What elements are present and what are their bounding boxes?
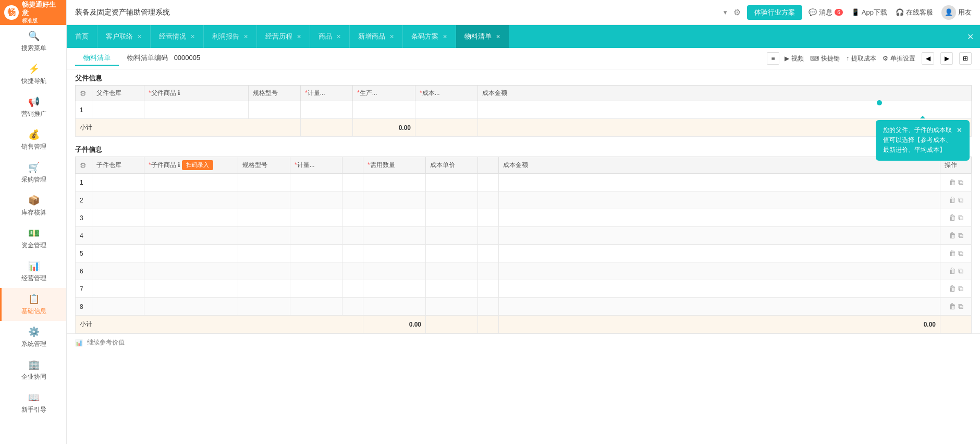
copy-icon[interactable]: ⧉ [958,267,963,275]
sidebar-item-0[interactable]: 🔍 搜索菜单 [0,25,66,58]
child-spec-cell[interactable] [238,245,290,262]
nav-tab-0[interactable]: 首页 [67,25,97,48]
child-spec-cell[interactable] [238,262,290,280]
delete-icon[interactable]: 🗑 [949,196,956,205]
nav-tab-1[interactable]: 客户联络✕ [97,25,151,48]
child-unit-cell[interactable] [290,174,342,191]
experience-btn[interactable]: 体验行业方案 [747,5,802,20]
child-spec-cell[interactable] [238,174,290,191]
single-settings-btn[interactable]: ⚙ 单据设置 [883,54,915,63]
nav-tab-close-3[interactable]: ✕ [243,33,248,40]
nav-tab-close-2[interactable]: ✕ [190,33,195,40]
child-spec-cell[interactable] [238,227,290,245]
tooltip-close-btn[interactable]: ✕ [957,125,962,136]
parent-col-settings-icon[interactable]: ⚙ [80,89,87,98]
delete-icon[interactable]: 🗑 [949,231,956,240]
child-warehouse-cell[interactable] [92,298,144,316]
child-col-settings-icon[interactable]: ⚙ [80,161,87,170]
sidebar-item-1[interactable]: ⚡ 快捷导航 [0,58,66,91]
nav-tab-close-4[interactable]: ✕ [297,33,301,40]
sidebar-item-11[interactable]: 📖 新手引导 [0,387,66,419]
nav-tab-6[interactable]: 新增商品✕ [350,25,403,48]
child-price-cell[interactable] [426,191,478,209]
delete-icon[interactable]: 🗑 [949,178,956,187]
child-qty-cell[interactable] [363,280,426,298]
child-price-cell[interactable] [426,262,478,280]
child-spec-cell[interactable] [238,280,290,298]
copy-icon[interactable]: ⧉ [958,213,963,222]
child-warehouse-cell[interactable] [92,227,144,245]
child-price-cell[interactable] [426,298,478,316]
messages-item[interactable]: 💬 消息 6 [808,8,843,17]
child-warehouse-cell[interactable] [92,191,144,209]
copy-icon[interactable]: ⧉ [958,284,963,293]
sidebar-item-10[interactable]: 🏢 企业协同 [0,354,66,387]
child-spec-cell[interactable] [238,191,290,209]
parent-goods-cell[interactable] [144,101,249,119]
child-spec-cell[interactable] [238,298,290,316]
child-unit-cell[interactable] [290,298,342,316]
parent-cost-cell[interactable] [415,101,478,119]
delete-icon[interactable]: 🗑 [949,213,956,222]
child-qty-cell[interactable] [363,174,426,191]
child-price-cell[interactable] [426,227,478,245]
nav-tab-3[interactable]: 利润报告✕ [204,25,257,48]
child-goods-cell[interactable] [144,262,238,280]
copy-icon[interactable]: ⧉ [958,178,963,187]
child-qty-cell[interactable] [363,191,426,209]
child-warehouse-cell[interactable] [92,174,144,191]
shortcut-btn[interactable]: ⌨ 快捷键 [810,54,840,63]
scan-btn[interactable]: 扫码录入 [182,160,213,170]
child-unit-cell[interactable] [290,262,342,280]
nav-tab-close-5[interactable]: ✕ [336,33,341,40]
child-unit-cell[interactable] [290,245,342,262]
online-service-item[interactable]: 🎧 在线客服 [896,8,933,17]
child-goods-cell[interactable] [144,280,238,298]
sub-tab-material-list[interactable]: 物料清单 [75,51,119,66]
copy-icon[interactable]: ⧉ [958,302,963,311]
child-price-cell[interactable] [426,245,478,262]
user-item[interactable]: 👤 用友 [941,5,972,20]
child-unit-cell[interactable] [290,227,342,245]
nav-tab-5[interactable]: 商品✕ [310,25,350,48]
child-unit-cell[interactable] [290,191,342,209]
parent-warehouse-cell[interactable] [92,101,144,119]
extract-cost-btn[interactable]: ↑ 提取成本 [846,54,876,63]
child-price-cell[interactable] [426,174,478,191]
child-spec-cell[interactable] [238,209,290,227]
child-unit-cell[interactable] [290,209,342,227]
settings-gear[interactable]: ⚙ [733,7,741,17]
delete-icon[interactable]: 🗑 [949,249,956,258]
child-qty-cell[interactable] [363,209,426,227]
child-warehouse-cell[interactable] [92,245,144,262]
sidebar-item-8[interactable]: 📋 基础信息 [0,288,66,321]
sidebar-item-4[interactable]: 🛒 采购管理 [0,157,66,189]
child-unit-cell[interactable] [290,280,342,298]
sidebar-item-7[interactable]: 📊 经营管理 [0,255,66,288]
nav-tab-close-8[interactable]: ✕ [496,33,500,40]
nav-tab-close-7[interactable]: ✕ [443,33,447,40]
child-goods-cell[interactable] [144,191,238,209]
child-warehouse-cell[interactable] [92,280,144,298]
child-qty-cell[interactable] [363,262,426,280]
child-goods-cell[interactable] [144,227,238,245]
nav-tab-8[interactable]: 物料清单✕ [456,25,509,48]
parent-produce-cell[interactable] [353,101,415,119]
child-warehouse-cell[interactable] [92,262,144,280]
copy-icon[interactable]: ⧉ [958,231,963,240]
parent-unit-cell[interactable] [301,101,353,119]
next-btn[interactable]: ▶ [940,52,953,65]
nav-tab-close-1[interactable]: ✕ [137,33,142,40]
nav-tab-close-6[interactable]: ✕ [389,33,394,40]
sidebar-item-3[interactable]: 💰 销售管理 [0,124,66,157]
close-all-tabs[interactable]: ✕ [961,32,980,42]
delete-icon[interactable]: 🗑 [949,267,956,275]
prev-btn[interactable]: ◀ [922,52,934,65]
copy-icon[interactable]: ⧉ [958,249,963,258]
nav-tab-7[interactable]: 条码方案✕ [403,25,456,48]
child-warehouse-cell[interactable] [92,209,144,227]
nav-tab-4[interactable]: 经营历程✕ [257,25,310,48]
sidebar-item-2[interactable]: 📢 营销推广 [0,91,66,124]
child-price-cell[interactable] [426,209,478,227]
app-download-item[interactable]: 📱 App下载 [851,8,887,17]
